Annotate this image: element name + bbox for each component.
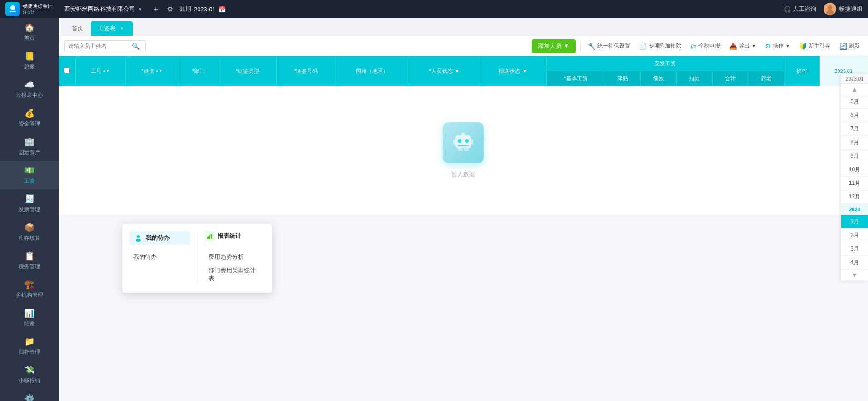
sidebar-item-multi-org[interactable]: 🏗️ 多机构管理 bbox=[0, 275, 59, 304]
sidebar-item-fixed-asset[interactable]: 🏢 固定资产 bbox=[0, 132, 59, 161]
expense-icon: 💸 bbox=[24, 365, 34, 375]
logo-area: 畅捷通好会计 好会计 bbox=[5, 2, 60, 16]
tab-salary[interactable]: 工资表 × bbox=[91, 21, 133, 36]
user-area[interactable]: 畅捷通组 bbox=[824, 3, 863, 15]
filter-report-icon[interactable]: ▼ bbox=[522, 68, 528, 74]
month-item-3[interactable]: 3月 bbox=[841, 242, 868, 256]
th-allowance: 津贴 bbox=[605, 71, 641, 86]
month-item-1[interactable]: 1月 bbox=[841, 215, 868, 229]
period-value: 2023-01 bbox=[194, 6, 216, 13]
popup-todo-section: 我的待办 我的待办 bbox=[130, 231, 190, 285]
logo-text-block: 畅捷通好会计 好会计 bbox=[23, 3, 53, 15]
social-insurance-action[interactable]: 🔧 统一社保设置 bbox=[585, 40, 633, 52]
th-number: 工号 ▲▼ bbox=[75, 56, 125, 86]
sidebar-item-tax[interactable]: 📋 税务管理 bbox=[0, 246, 59, 275]
sort-number[interactable]: 工号 ▲▼ bbox=[91, 68, 110, 75]
tab-close-button[interactable]: × bbox=[118, 25, 126, 32]
settings-button[interactable]: ⚙ bbox=[165, 4, 175, 14]
headset-icon: 🎧 bbox=[784, 6, 791, 13]
tab-home-label: 首页 bbox=[72, 24, 83, 33]
popup-my-todo[interactable]: 我的待办 bbox=[130, 250, 190, 264]
empty-state: 暂无数据 bbox=[59, 86, 868, 215]
sidebar-item-archive[interactable]: 📁 归档管理 bbox=[0, 332, 59, 361]
sidebar-label-settle: 结账 bbox=[24, 320, 35, 328]
month-item-11[interactable]: 11月 bbox=[841, 177, 868, 190]
sidebar-item-basic[interactable]: ⚙️ 基础设置 bbox=[0, 389, 59, 401]
service-button[interactable]: 🎧 人工咨询 bbox=[784, 5, 816, 13]
month-item-6[interactable]: 6月 bbox=[841, 109, 868, 122]
invoice-icon: 🧾 bbox=[24, 194, 34, 204]
cloud-icon: ☁️ bbox=[24, 80, 34, 90]
svg-point-15 bbox=[137, 235, 140, 238]
sidebar-item-invoice[interactable]: 🧾 发票管理 bbox=[0, 189, 59, 218]
social-insurance-icon: 🔧 bbox=[588, 43, 596, 50]
tax-deduction-action[interactable]: 📄 专项附加扣除 bbox=[636, 40, 684, 52]
company-selector[interactable]: 西安虾米网络科技有限公司 ▼ bbox=[64, 5, 142, 13]
settle-icon: 📊 bbox=[24, 308, 34, 318]
month-panel: 2023.01 ▲ 5月 6月 7月 8月 9月 10月 11月 12月 202… bbox=[841, 74, 868, 281]
empty-text: 暂无数据 bbox=[451, 170, 475, 179]
operation-dropdown-icon: ▼ bbox=[786, 43, 790, 48]
sidebar-item-expense[interactable]: 💸 小畅报销 bbox=[0, 361, 59, 389]
sidebar-item-settle[interactable]: 📊 结账 bbox=[0, 304, 59, 332]
svg-point-0 bbox=[10, 5, 15, 10]
month-item-4[interactable]: 4月 bbox=[841, 256, 868, 270]
user-name: 畅捷通组 bbox=[839, 5, 863, 13]
popup-cost-trend[interactable]: 费用趋势分析 bbox=[205, 250, 265, 264]
inventory-icon: 📦 bbox=[24, 222, 34, 232]
toolbar: 🔍 添加人员 ▼ 🔧 统一社保设置 📄 专项附加扣除 🗂 个税申报 bbox=[59, 36, 868, 56]
new-guide-action[interactable]: 🔰 新手引导 bbox=[796, 40, 833, 52]
period-area: 账期 2023-01 📅 bbox=[179, 5, 226, 13]
sort-name[interactable]: *姓名 ▲▼ bbox=[141, 68, 163, 75]
refresh-label: 刷新 bbox=[849, 42, 860, 50]
refresh-action[interactable]: 🔄 刷新 bbox=[837, 40, 863, 52]
tab-home[interactable]: 首页 bbox=[64, 21, 91, 36]
popup-divider bbox=[197, 231, 198, 285]
export-action[interactable]: 📤 导出 ▼ bbox=[727, 40, 759, 52]
personal-tax-action[interactable]: 🗂 个税申报 bbox=[688, 40, 723, 52]
sidebar-label-invoice: 发票管理 bbox=[19, 206, 40, 213]
user-avatar bbox=[824, 3, 836, 15]
new-guide-icon: 🔰 bbox=[799, 43, 807, 50]
search-input[interactable] bbox=[68, 43, 132, 49]
sidebar-item-salary[interactable]: 💵 工资 bbox=[0, 161, 59, 189]
sidebar-label-multi: 多机构管理 bbox=[16, 291, 43, 299]
month-item-7[interactable]: 7月 bbox=[841, 122, 868, 136]
month-panel-header: 2023.01 bbox=[841, 74, 868, 84]
th-checkbox[interactable] bbox=[59, 56, 75, 86]
report-section-title: 报表统计 bbox=[218, 232, 241, 240]
sidebar-item-ledger[interactable]: 📒 总账 bbox=[0, 47, 59, 75]
sidebar-item-fund[interactable]: 💰 资金管理 bbox=[0, 104, 59, 132]
salary-icon: 💵 bbox=[24, 165, 34, 175]
month-nav-up[interactable]: ▲ bbox=[841, 84, 868, 95]
month-item-10[interactable]: 10月 bbox=[841, 163, 868, 177]
add-people-button[interactable]: 添加人员 ▼ bbox=[532, 39, 576, 53]
month-item-2[interactable]: 2月 bbox=[841, 229, 868, 242]
sidebar-item-inventory[interactable]: 📦 库存核算 bbox=[0, 218, 59, 246]
month-item-8[interactable]: 8月 bbox=[841, 136, 868, 150]
month-item-12[interactable]: 12月 bbox=[841, 190, 868, 204]
fund-icon: 💰 bbox=[24, 108, 34, 118]
month-item-9[interactable]: 9月 bbox=[841, 150, 868, 163]
th-deduction: 扣款 bbox=[677, 71, 713, 86]
calendar-icon[interactable]: 📅 bbox=[218, 6, 226, 13]
sort-arrows-number: ▲▼ bbox=[102, 69, 110, 73]
sort-arrows-name: ▲▼ bbox=[155, 69, 163, 73]
sidebar-label-cloud: 云报表中心 bbox=[16, 92, 43, 99]
filter-person-icon[interactable]: ▼ bbox=[454, 68, 460, 74]
month-nav-down[interactable]: ▼ bbox=[841, 270, 868, 281]
select-all-checkbox[interactable] bbox=[64, 68, 70, 73]
personal-tax-icon: 🗂 bbox=[690, 43, 697, 50]
svg-rect-17 bbox=[207, 237, 209, 239]
tax-icon: 📋 bbox=[24, 251, 34, 261]
popup-dept-cost[interactable]: 部门费用类型统计表 bbox=[205, 264, 265, 285]
todo-section-icon bbox=[133, 233, 143, 243]
th-pension: 养老 bbox=[748, 71, 784, 86]
month-item-5[interactable]: 5月 bbox=[841, 95, 868, 109]
service-label: 人工咨询 bbox=[793, 5, 816, 13]
export-label: 导出 bbox=[739, 42, 750, 50]
sidebar-item-home[interactable]: 🏠 首页 bbox=[0, 18, 59, 47]
add-button[interactable]: ＋ bbox=[150, 4, 161, 15]
operation-action[interactable]: ⚙ 操作 ▼ bbox=[762, 40, 793, 52]
sidebar-item-cloud-report[interactable]: ☁️ 云报表中心 bbox=[0, 75, 59, 104]
